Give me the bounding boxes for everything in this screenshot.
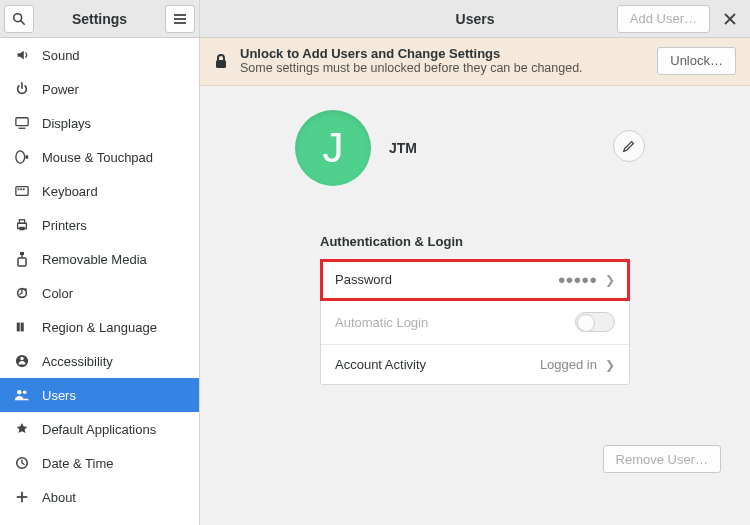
sidebar-item-label: Displays [42,116,91,131]
add-user-button[interactable]: Add User… [617,5,710,33]
footer: Remove User… [211,385,739,473]
svg-point-7 [16,151,25,163]
close-icon [724,13,736,25]
sidebar-item-label: About [42,490,76,505]
svg-rect-8 [26,155,29,159]
main-header: Users Add User… [200,0,750,38]
svg-rect-15 [19,227,24,231]
sidebar-item-label: Power [42,82,79,97]
auth-heading: Authentication & Login [320,234,630,249]
displays-icon [14,115,30,131]
user-row: J JTM [295,110,655,186]
sidebar-item-label: Color [42,286,73,301]
sidebar-item-label: Date & Time [42,456,114,471]
unlock-button[interactable]: Unlock… [657,47,736,75]
chevron-right-icon: ❯ [605,358,615,372]
unlock-infobar: Unlock to Add Users and Change Settings … [200,38,750,86]
svg-point-19 [24,288,27,291]
svg-point-21 [20,357,24,361]
svg-rect-10 [18,188,20,190]
svg-line-1 [21,20,24,23]
sidebar-item-label: Keyboard [42,184,98,199]
region-icon [14,319,30,335]
svg-point-22 [17,390,21,394]
lock-icon [214,53,228,69]
sidebar-item-default-applications[interactable]: Default Applications [0,412,199,446]
svg-rect-12 [23,188,25,190]
avatar[interactable]: J [295,110,371,186]
sidebar-item-label: Users [42,388,76,403]
automatic-login-row: Automatic Login [321,300,629,345]
sidebar-item-date-time[interactable]: Date & Time [0,446,199,480]
svg-rect-14 [19,220,24,224]
sidebar-item-label: Sound [42,48,80,63]
sidebar-item-mouse-touchpad[interactable]: Mouse & Touchpad [0,140,199,174]
svg-rect-16 [18,258,26,266]
automatic-login-toggle [575,312,615,332]
svg-rect-29 [216,60,226,68]
auth-list: Password ●●●●● ❯ Automatic Login Account… [320,259,630,385]
power-icon [14,81,30,97]
sidebar-item-label: Region & Language [42,320,157,335]
removable-media-icon [14,251,30,267]
close-button[interactable] [716,5,744,33]
datetime-icon [14,455,30,471]
sidebar-item-removable-media[interactable]: Removable Media [0,242,199,276]
user-name: JTM [389,140,417,156]
users-icon [14,387,30,403]
remove-user-button[interactable]: Remove User… [603,445,721,473]
chevron-right-icon: ❯ [605,273,615,287]
password-row[interactable]: Password ●●●●● ❯ [321,260,629,300]
search-icon [12,12,26,26]
sidebar-item-users[interactable]: Users [0,378,199,412]
sidebar-item-label: Mouse & Touchpad [42,150,153,165]
settings-sidebar: Settings SoundPowerDisplaysMouse & Touch… [0,0,200,525]
edit-user-button[interactable] [613,130,645,162]
sidebar-item-accessibility[interactable]: Accessibility [0,344,199,378]
mouse-icon [14,149,30,165]
svg-rect-11 [20,188,22,190]
account-activity-label: Account Activity [335,357,532,372]
infobar-subtitle: Some settings must be unlocked before th… [240,61,645,75]
svg-rect-5 [16,118,28,126]
keyboard-icon [14,183,30,199]
account-activity-value: Logged in [540,357,597,372]
sidebar-list: SoundPowerDisplaysMouse & TouchpadKeyboa… [0,38,199,525]
sidebar-item-label: Removable Media [42,252,147,267]
password-value: ●●●●● [558,272,597,287]
sidebar-item-sound[interactable]: Sound [0,38,199,72]
pencil-icon [622,139,636,153]
svg-point-23 [23,391,27,395]
account-activity-row[interactable]: Account Activity Logged in ❯ [321,345,629,384]
sidebar-header: Settings [0,0,199,38]
sidebar-item-about[interactable]: About [0,480,199,514]
sidebar-item-printers[interactable]: Printers [0,208,199,242]
sidebar-item-label: Default Applications [42,422,156,437]
sidebar-item-label: Printers [42,218,87,233]
search-button[interactable] [4,5,34,33]
automatic-login-label: Automatic Login [335,315,567,330]
content-area: J JTM Authentication & Login Password ●●… [200,86,750,525]
hamburger-icon [173,13,187,25]
svg-rect-17 [20,252,24,255]
sidebar-item-keyboard[interactable]: Keyboard [0,174,199,208]
sound-icon [14,47,30,63]
menu-button[interactable] [165,5,195,33]
sidebar-item-label: Accessibility [42,354,113,369]
printers-icon [14,217,30,233]
password-label: Password [335,272,550,287]
sidebar-title: Settings [34,11,165,27]
accessibility-icon [14,353,30,369]
sidebar-item-power[interactable]: Power [0,72,199,106]
about-icon [14,489,30,505]
sidebar-item-region-language[interactable]: Region & Language [0,310,199,344]
color-icon [14,285,30,301]
infobar-title: Unlock to Add Users and Change Settings [240,46,645,61]
default-apps-icon [14,421,30,437]
svg-rect-9 [16,187,28,196]
main-panel: Users Add User… Unlock to Add Users and … [200,0,750,525]
sidebar-item-color[interactable]: Color [0,276,199,310]
auth-section: Authentication & Login Password ●●●●● ❯ … [320,234,630,385]
sidebar-item-displays[interactable]: Displays [0,106,199,140]
